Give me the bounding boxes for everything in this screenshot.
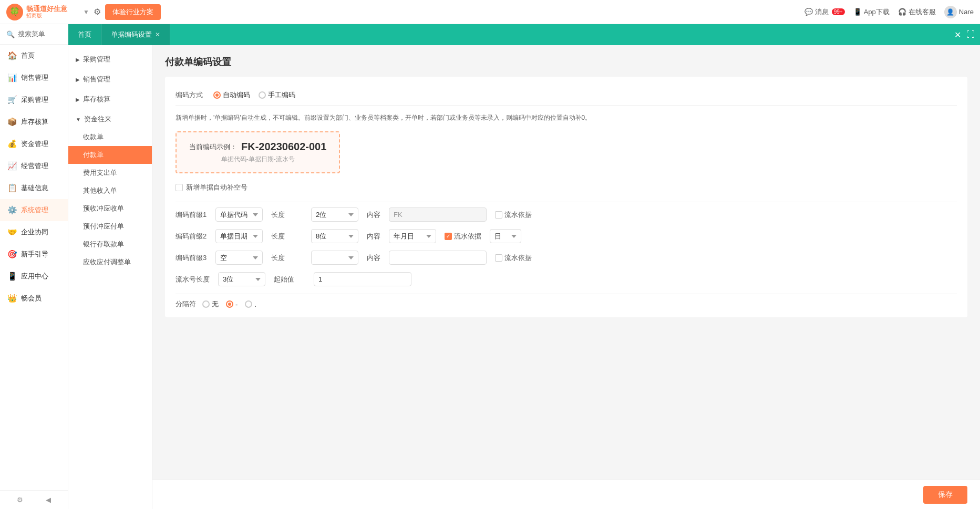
sep-none-icon (202, 300, 210, 308)
coding-radio-group: 自动编码 手工编码 (213, 90, 295, 100)
topbar: 🍀 畅通道好生意 招商版 ▼ ⚙ 体验行业方案 💬 消息 99+ 📱 App下载… (0, 0, 980, 24)
sidebar-item-operation[interactable]: 📈 经营管理 (0, 155, 68, 177)
sidebar-item-purchase[interactable]: 🛒 采购管理 (0, 89, 68, 111)
tab-coding[interactable]: 单据编码设置 ✕ (101, 24, 170, 45)
content1-input[interactable] (389, 207, 487, 222)
sidebar-item-inventory[interactable]: 📦 库存核算 (0, 111, 68, 133)
collapse-footer-icon[interactable]: ◀ (46, 496, 51, 504)
sep-none-radio[interactable]: 无 (202, 299, 219, 309)
sales-arrow-icon: ▶ (76, 77, 80, 82)
app-icon: 📱 (853, 8, 862, 16)
service-label: 在线客服 (909, 7, 936, 17)
content2-select[interactable]: 年月日 年月 年 (389, 229, 436, 243)
sidebar-item-guide[interactable]: 🎯 新手引导 (0, 243, 68, 265)
prefix2-select[interactable]: 单据日期 部门 业务员 空 (215, 229, 263, 243)
length1-select[interactable]: 2位 4位 6位 (311, 207, 358, 222)
sub-group-inventory: ▶ 库存核算 (68, 90, 152, 108)
sidebar-label-inventory: 库存核算 (21, 117, 48, 127)
message-badge: 99+ (832, 8, 845, 15)
funds-arrow-icon: ▼ (76, 117, 81, 122)
sidebar-item-system[interactable]: ⚙️ 系统管理 (0, 199, 68, 221)
page-content: 付款单编码设置 编码方式 自动编码 (152, 45, 980, 480)
main-wrapper: 首页 单据编码设置 ✕ ✕ ⛶ ▶ 采购管理 (68, 24, 980, 509)
length3-select[interactable]: 2位 4位 (311, 251, 358, 265)
serial1-checkbox[interactable] (495, 211, 502, 219)
sub-item-payment[interactable]: 付款单 (68, 146, 152, 164)
sidebar-label-system: 系统管理 (21, 205, 48, 215)
sub-group-sales-title[interactable]: ▶ 销售管理 (68, 70, 152, 88)
sep-dot-label: . (254, 300, 256, 308)
manual-coding-radio[interactable]: 手工编码 (259, 90, 295, 100)
preview-label: 当前编码示例： (189, 142, 237, 152)
sidebar-label-apps: 应用中心 (21, 272, 48, 281)
sep-dash-label: - (235, 300, 238, 308)
auto-coding-label: 自动编码 (223, 90, 250, 100)
settings-footer-icon[interactable]: ⚙ (17, 496, 23, 504)
sub-group-funds: ▼ 资金往来 收款单 付款单 费用支出单 其他收入单 预收冲应收单 预付冲应付单… (68, 110, 152, 271)
sidebar-search[interactable]: 🔍 搜索菜单 (0, 24, 68, 45)
prefix1-row: 编码前缀1 单据代码 部门 业务员 空 长度 2位 4位 (176, 207, 957, 222)
sub-group-funds-title[interactable]: ▼ 资金往来 (68, 110, 152, 128)
tab-home[interactable]: 首页 (68, 24, 101, 45)
prefix3-label: 编码前缀3 (176, 253, 207, 263)
serial3-checkbox[interactable] (495, 254, 502, 262)
message-btn[interactable]: 💬 消息 99+ (804, 7, 845, 17)
serial-len-select[interactable]: 3位 4位 5位 6位 (218, 272, 265, 286)
sidebar-label-sales: 销售管理 (21, 73, 48, 82)
preview-code: FK-20230602-001 (241, 141, 326, 153)
sidebar-item-finance[interactable]: 💰 资金管理 (0, 133, 68, 155)
preview-box: 当前编码示例： FK-20230602-001 单据代码-单据日期-流水号 (176, 131, 340, 173)
app-label: App下载 (864, 7, 890, 17)
prefix1-select[interactable]: 单据代码 部门 业务员 空 (215, 207, 263, 222)
sub-item-income[interactable]: 其他收入单 (68, 182, 152, 200)
separator-row: 分隔符 无 - (176, 299, 957, 309)
serial-config-row: 流水号长度 3位 4位 5位 6位 起始值 (176, 272, 957, 286)
sub-item-expense[interactable]: 费用支出单 (68, 164, 152, 182)
sidebar-item-home[interactable]: 🏠 首页 (0, 45, 68, 67)
auto-fill-checkbox[interactable] (176, 184, 183, 191)
sep-dot-radio[interactable]: . (245, 300, 256, 308)
trial-button[interactable]: 体验行业方案 (105, 4, 161, 20)
logo-sub: 招商版 (26, 13, 67, 19)
sidebar-label-operation: 经营管理 (21, 161, 48, 171)
serial2-unit-select[interactable]: 日 月 年 (490, 229, 521, 243)
prefix3-row: 编码前缀3 空 单据代码 部门 业务员 长度 2位 4位 (176, 251, 957, 265)
sub-item-receipt[interactable]: 收款单 (68, 128, 152, 146)
content3-input[interactable] (389, 251, 487, 265)
sub-item-adjust[interactable]: 应收应付调整单 (68, 253, 152, 271)
service-btn[interactable]: 🎧 在线客服 (898, 7, 936, 17)
sep-dash-radio[interactable]: - (226, 300, 238, 308)
length2-select[interactable]: 8位 4位 6位 (311, 229, 358, 243)
start-input[interactable] (314, 272, 411, 286)
length3-label: 长度 (271, 253, 303, 263)
sep-dot-icon (245, 300, 252, 308)
sub-item-bank[interactable]: 银行存取款单 (68, 235, 152, 253)
message-icon: 💬 (804, 8, 813, 16)
tab-close-icon[interactable]: ✕ (155, 31, 160, 38)
manual-radio-icon (259, 91, 266, 99)
sidebar-label-finance: 资金管理 (21, 139, 48, 149)
sidebar-item-enterprise[interactable]: 🤝 企业协同 (0, 221, 68, 243)
start-label: 起始值 (274, 275, 305, 284)
prefix3-select[interactable]: 空 单据代码 部门 业务员 (215, 251, 263, 265)
app-download-btn[interactable]: 📱 App下载 (853, 7, 890, 17)
sub-item-advance-recv[interactable]: 预收冲应收单 (68, 200, 152, 217)
tab-expand-icon[interactable]: ⛶ (966, 30, 975, 39)
topbar-settings-icon[interactable]: ⚙ (94, 7, 101, 17)
sub-group-purchase-title[interactable]: ▶ 采购管理 (68, 50, 152, 68)
sidebar-item-basic[interactable]: 📋 基础信息 (0, 177, 68, 199)
topbar-nav-arrow[interactable]: ▼ (83, 8, 89, 16)
page-title: 付款单编码设置 (165, 56, 967, 68)
serial2-checkbox[interactable]: ✓ (445, 233, 452, 240)
tab-close-window-icon[interactable]: ✕ (954, 30, 961, 40)
sub-group-inventory-title[interactable]: ▶ 库存核算 (68, 90, 152, 108)
sidebar-item-apps[interactable]: 📱 应用中心 (0, 265, 68, 287)
sidebar-item-sales[interactable]: 📊 销售管理 (0, 67, 68, 89)
sub-item-advance-pay[interactable]: 预付冲应付单 (68, 217, 152, 235)
user-menu[interactable]: 👤 Nare (944, 6, 974, 18)
auto-coding-radio[interactable]: 自动编码 (213, 90, 250, 100)
prefix2-row: 编码前缀2 单据日期 部门 业务员 空 长度 8位 4位 (176, 229, 957, 243)
save-button[interactable]: 保存 (923, 486, 967, 504)
sidebar-item-member[interactable]: 👑 畅会员 (0, 287, 68, 309)
sidebar-label-purchase: 采购管理 (21, 95, 48, 105)
